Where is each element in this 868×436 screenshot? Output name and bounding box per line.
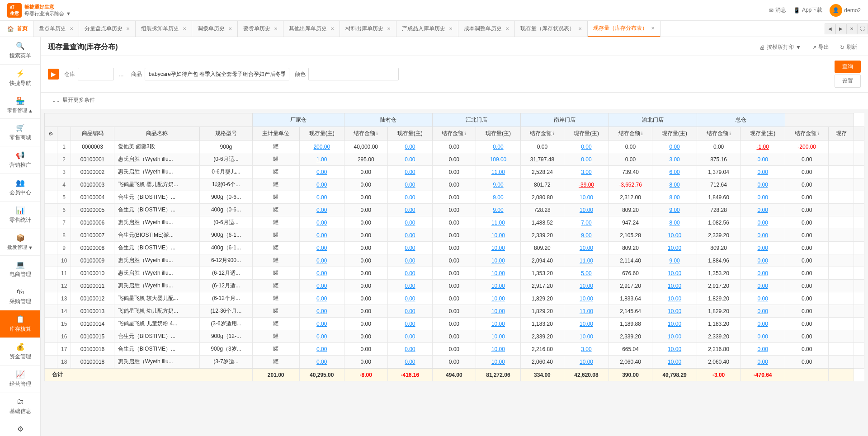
cell-lu-qty[interactable]: 0.00 [387, 153, 432, 166]
cell-lu-qty[interactable]: 0.00 [387, 191, 432, 204]
cell-total-qty[interactable]: 0.00 [741, 254, 785, 267]
cell-yubei-qty[interactable]: 9.00 [652, 254, 697, 267]
sidebar-item-search[interactable]: 🔍 搜索英单 [0, 37, 40, 65]
sidebar-item-retail-shop[interactable]: 🛒 零售商城 [0, 119, 40, 146]
cell-total-qty[interactable]: 0.00 [741, 330, 785, 343]
cell-lu-qty[interactable]: 0.00 [387, 216, 432, 229]
app-download-btn[interactable]: 📱 App下载 [793, 6, 822, 14]
cell-nanan-qty[interactable]: 3.00 [564, 343, 609, 356]
sidebar-item-ecom[interactable]: 💻 电商管理 [0, 256, 40, 283]
sidebar-item-shortcut[interactable]: ⚡ 快捷导航 [0, 65, 40, 92]
sidebar-item-basic[interactable]: 🗂 基础信息 [0, 393, 40, 420]
tab-product-in[interactable]: 产成品入库单历史 ✕ [396, 21, 458, 37]
cell-jiangbei-qty[interactable]: 9.00 [476, 191, 520, 204]
cell-factory-qty[interactable]: 0.00 [299, 178, 344, 191]
cell-factory-qty[interactable]: 0.00 [299, 204, 344, 216]
cell-nanan-qty[interactable]: 10.00 [564, 330, 609, 343]
cell-jiangbei-qty[interactable]: 10.00 [476, 242, 520, 254]
cell-factory-qty[interactable]: 0.00 [299, 356, 344, 369]
cell-total-qty[interactable]: 0.00 [741, 356, 785, 369]
tab-close-material-out[interactable]: ✕ [387, 26, 391, 31]
cell-jiangbei-qty[interactable]: 10.00 [476, 229, 520, 242]
export-btn[interactable]: ↗ 导出 [808, 42, 833, 53]
cell-nanan-qty[interactable]: 11.00 [564, 305, 609, 318]
sidebar-item-wholesale[interactable]: 📦 批发管理 ▼ [0, 229, 40, 256]
cell-jiangbei-qty[interactable]: 10.00 [476, 318, 520, 330]
tab-demand[interactable]: 要货单历史 ✕ [238, 21, 283, 37]
cell-nanan-qty[interactable]: -39.00 [564, 178, 609, 191]
cell-total-qty[interactable]: -1.00 [741, 141, 785, 153]
cell-jiangbei-qty[interactable]: 10.00 [476, 254, 520, 267]
cell-jiangbei-qty[interactable]: 10.00 [476, 267, 520, 280]
cell-factory-qty[interactable]: 0.00 [299, 166, 344, 178]
cell-total-qty[interactable]: 0.00 [741, 343, 785, 356]
print-btn[interactable]: 🖨 按模版打印 ▼ [756, 42, 805, 53]
logo[interactable]: 好生意 畅捷通好生意 母婴行业演示陈套 ▼ [7, 3, 71, 18]
cell-nanan-qty[interactable]: 10.00 [564, 242, 609, 254]
sidebar-item-retail-mgmt[interactable]: 🏪 零售管理 ▲ [0, 92, 40, 119]
warehouse-input[interactable] [78, 68, 114, 80]
cell-yubei-qty[interactable]: 8.00 [652, 216, 697, 229]
cell-jiangbei-qty[interactable]: 10.00 [476, 305, 520, 318]
cell-lu-qty[interactable]: 0.00 [387, 330, 432, 343]
tab-stock-dist[interactable]: 现存量（库存分布表） ✕ [588, 21, 660, 37]
cell-nanan-qty[interactable]: 7.00 [564, 216, 609, 229]
cell-jiangbei-qty[interactable]: 10.00 [476, 356, 520, 369]
cell-total-qty[interactable]: 0.00 [741, 280, 785, 292]
tab-cost-adjust[interactable]: 成本调整单历史 ✕ [458, 21, 515, 37]
cell-nanan-qty[interactable]: 10.00 [564, 356, 609, 369]
tab-close-cost-adjust[interactable]: ✕ [505, 26, 509, 31]
tab-close-inventory[interactable]: ✕ [70, 26, 73, 31]
sidebar-item-inventory-check[interactable]: 📋 库存核算 [0, 310, 40, 338]
tab-other-out[interactable]: 其他出库单历史 ✕ [283, 21, 340, 37]
cell-total-qty[interactable]: 0.00 [741, 216, 785, 229]
cell-jiangbei-qty[interactable]: 109.00 [476, 153, 520, 166]
more-conditions-btn[interactable]: ⌄⌄ 展开更多条件 [48, 94, 99, 106]
cell-lu-qty[interactable]: 0.00 [387, 204, 432, 216]
cell-lu-qty[interactable]: 0.00 [387, 229, 432, 242]
cell-jiangbei-qty[interactable]: 9.00 [476, 204, 520, 216]
cell-yubei-qty[interactable]: 10.00 [652, 292, 697, 305]
cell-lu-qty[interactable]: 0.00 [387, 166, 432, 178]
tab-expand-btn[interactable]: ⛶ [857, 23, 868, 34]
cell-yubei-qty[interactable]: 10.00 [652, 242, 697, 254]
tab-home[interactable]: 🏠 首页 [2, 21, 33, 37]
cell-jiangbei-qty[interactable]: 0.00 [476, 141, 520, 153]
tab-material-out[interactable]: 材料出库单历史 ✕ [340, 21, 396, 37]
cell-total-qty[interactable]: 0.00 [741, 292, 785, 305]
cell-nanan-qty[interactable]: 11.00 [564, 254, 609, 267]
cell-factory-qty[interactable]: 0.00 [299, 280, 344, 292]
cell-yubei-qty[interactable]: 10.00 [652, 343, 697, 356]
sidebar-item-member[interactable]: 👥 会员中心 [0, 174, 40, 202]
cell-factory-qty[interactable]: 0.00 [299, 216, 344, 229]
cell-lu-qty[interactable]: 0.00 [387, 280, 432, 292]
tab-close-other-out[interactable]: ✕ [330, 26, 334, 31]
cell-total-qty[interactable]: 0.00 [741, 153, 785, 166]
cell-yubei-qty[interactable]: 9.00 [652, 204, 697, 216]
cell-lu-qty[interactable]: 0.00 [387, 292, 432, 305]
tab-close-stock-status[interactable]: ✕ [578, 26, 582, 31]
tab-transfer[interactable]: 调拨单历史 ✕ [192, 21, 238, 37]
cell-factory-qty[interactable]: 0.00 [299, 343, 344, 356]
tab-prev-btn[interactable]: ◀ [825, 23, 835, 34]
cell-factory-qty[interactable]: 1.00 [299, 153, 344, 166]
cell-nanan-qty[interactable]: 9.00 [564, 229, 609, 242]
tab-next-btn[interactable]: ▶ [835, 23, 846, 34]
user-menu[interactable]: 👤 demo2 [830, 4, 861, 17]
cell-jiangbei-qty[interactable]: 9.00 [476, 178, 520, 191]
cell-lu-qty[interactable]: 0.00 [387, 318, 432, 330]
settings-btn[interactable]: 设置 [835, 75, 861, 88]
cell-factory-qty[interactable]: 0.00 [299, 318, 344, 330]
messages-btn[interactable]: ✉ 消息 [769, 6, 786, 14]
cell-jiangbei-qty[interactable]: 10.00 [476, 280, 520, 292]
product-input[interactable] [145, 68, 289, 80]
query-btn[interactable]: 查询 [835, 61, 861, 73]
cell-jiangbei-qty[interactable]: 10.00 [476, 292, 520, 305]
cell-yubei-qty[interactable]: 6.00 [652, 166, 697, 178]
expand-btn[interactable]: ▶ [48, 69, 59, 80]
cell-yubei-qty[interactable]: 10.00 [652, 330, 697, 343]
cell-jiangbei-qty[interactable]: 11.00 [476, 216, 520, 229]
cell-factory-qty[interactable]: 0.00 [299, 292, 344, 305]
tab-close-all-btn[interactable]: ✕ [846, 23, 857, 34]
cell-nanan-qty[interactable]: 10.00 [564, 191, 609, 204]
